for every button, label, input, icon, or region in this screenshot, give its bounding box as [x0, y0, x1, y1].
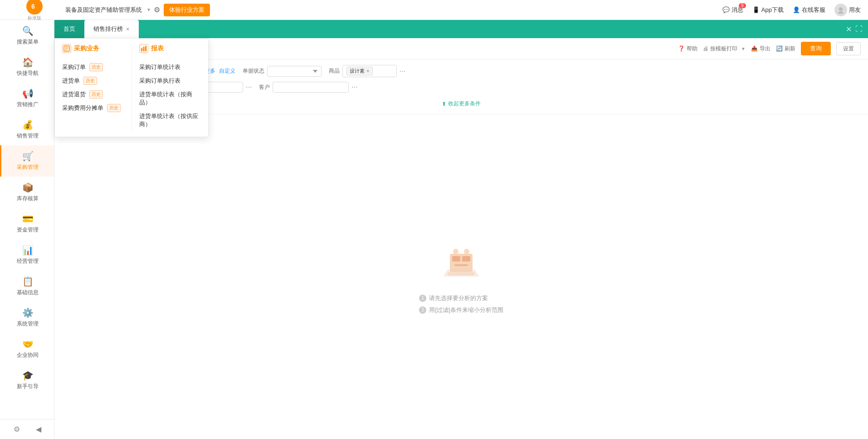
history-badge-0: 历史: [89, 63, 103, 71]
empty-tips: 1 请先选择要分析的方案 2 用[过滤]条件来缩小分析范围: [419, 292, 503, 316]
sidebar-item-search[interactable]: 🔍 搜索菜单: [0, 20, 54, 51]
sidebar-item-quicknav[interactable]: 🏠 快捷导航: [0, 51, 54, 83]
goods-tag: 设计素 ✕: [346, 67, 373, 75]
collapse-btn[interactable]: ⬆ 收起更多条件: [442, 100, 481, 108]
menu-col-purchase-title: 采购业务: [62, 44, 124, 56]
home-icon: 🏠: [22, 57, 34, 68]
sidebar-item-basic[interactable]: 📋 基础信息: [0, 271, 54, 302]
phone-icon: 📱: [752, 6, 760, 13]
empty-tip-2: 2 用[过滤]条件来缩小分析范围: [419, 304, 503, 316]
tab-maximize-btn[interactable]: ⛶: [855, 25, 863, 33]
menu-col-reports-title: 报表: [139, 44, 201, 56]
doc-status-filter: 单据状态 ▼: [243, 66, 322, 77]
print-dropdown-icon: ▼: [741, 46, 746, 51]
menu-col-reports: 报表 采购订单统计表 采购订单执行表 进货单统计表（按商品） 进货单统计表（按供…: [132, 44, 209, 131]
customer-label: 客户: [259, 84, 270, 91]
sidebar: 🔍 搜索菜单 🏠 快捷导航 📢 营销推广 💰 销售管理 🛒 采购管理 📦 库存核…: [0, 20, 54, 439]
tab-sales-rank[interactable]: 销售排行榜 ✕: [84, 20, 139, 38]
logo-subtext: 标准版: [28, 15, 41, 21]
sidebar-item-finance[interactable]: 💳 资金管理: [0, 208, 54, 239]
logo: 6 标准版: [7, 0, 62, 21]
svg-rect-11: [141, 48, 142, 51]
operations-icon: 📊: [22, 245, 34, 256]
menu-item-goods-in[interactable]: 进货单 历史: [62, 74, 124, 88]
sidebar-item-system[interactable]: ⚙️ 系统管理: [0, 302, 54, 333]
print-btn[interactable]: 🖨 按模板打印 ▼: [703, 45, 746, 53]
sidebar-item-sales[interactable]: 💰 销售管理: [0, 114, 54, 145]
service-icon: 👤: [793, 6, 800, 13]
salesperson-more-btn[interactable]: ···: [246, 83, 252, 91]
print-icon: 🖨: [703, 45, 708, 52]
sidebar-item-newbie[interactable]: 🎓 新手引导: [0, 365, 54, 396]
enterprise-icon: 🤝: [22, 339, 34, 350]
svg-point-2: [838, 11, 844, 14]
newbie-icon: 🎓: [22, 370, 34, 381]
export-icon: 📤: [751, 45, 758, 52]
history-badge-3: 历史: [107, 104, 121, 112]
user-avatar: [834, 4, 847, 16]
menu-columns: 采购业务 采购订单 历史 进货单 历史 进货退货 历史 采购费用分摊单 历史: [55, 44, 208, 131]
refresh-icon: 🔄: [776, 45, 783, 52]
system-dropdown-icon[interactable]: ▼: [146, 7, 151, 12]
basic-icon: 📋: [22, 276, 34, 287]
customer-filter: 客户 ···: [259, 82, 357, 93]
sidebar-item-operations[interactable]: 📊 经营管理: [0, 239, 54, 271]
doc-status-label: 单据状态: [243, 67, 264, 75]
customer-input[interactable]: [273, 82, 349, 93]
top-bar: 6 标准版 装备及固定资产辅助管理系统 ▼ ⚙ 体验行业方案 💬 消息 9 📱 …: [0, 0, 868, 20]
menu-item-purchase-expense[interactable]: 采购费用分摊单 历史: [62, 101, 124, 115]
sidebar-settings-btn[interactable]: ⚙: [14, 425, 20, 434]
customer-more-btn[interactable]: ···: [351, 83, 357, 91]
history-badge-1: 历史: [83, 77, 97, 85]
top-right-actions: 💬 消息 9 📱 App下载 👤 在线客服 用友: [722, 4, 861, 16]
message-badge: 9: [739, 3, 746, 8]
tab-close-icon[interactable]: ✕: [126, 26, 130, 32]
tab-bar-actions: ✕ ⛶: [846, 25, 868, 34]
online-service-btn[interactable]: 👤 在线客服: [793, 6, 825, 14]
sidebar-item-purchase[interactable]: 🛒 采购管理: [0, 145, 54, 177]
empty-illustration: [439, 238, 484, 283]
query-btn[interactable]: 查询: [801, 42, 831, 55]
tab-window-close-btn[interactable]: ✕: [846, 25, 852, 34]
settings-btn[interactable]: 设置: [836, 42, 861, 55]
purchase-col-icon: [62, 44, 71, 53]
tab-bar: 首页 销售排行榜 ✕ ✕ ⛶: [54, 20, 868, 38]
svg-rect-12: [143, 47, 144, 51]
svg-point-7: [453, 249, 458, 254]
sidebar-collapse-btn[interactable]: ◀: [36, 425, 41, 434]
search-icon: 🔍: [22, 25, 34, 36]
message-btn[interactable]: 💬 消息 9: [722, 6, 743, 14]
marketing-icon: 📢: [22, 88, 34, 99]
app-download-btn[interactable]: 📱 App下载: [752, 6, 784, 14]
goods-tag-container[interactable]: 设计素 ✕: [342, 65, 397, 77]
finance-icon: 💳: [22, 213, 34, 224]
sidebar-item-marketing[interactable]: 📢 营销推广: [0, 83, 54, 114]
refresh-btn[interactable]: 🔄 刷新: [776, 45, 795, 53]
user-menu[interactable]: 用友: [834, 4, 861, 16]
trial-button[interactable]: 体验行业方案: [164, 4, 210, 16]
svg-point-8: [464, 249, 469, 254]
menu-item-goods-in-stats-by-supplier[interactable]: 进货单统计表（按供应商）: [139, 109, 201, 131]
settings-icon[interactable]: ⚙: [154, 5, 160, 14]
help-btn[interactable]: ❓ 帮助: [678, 45, 697, 53]
sidebar-item-enterprise[interactable]: 🤝 企业协同: [0, 333, 54, 365]
menu-item-order-stats[interactable]: 采购订单统计表: [139, 60, 201, 74]
tab-home[interactable]: 首页: [54, 20, 84, 38]
reports-col-icon: [139, 44, 148, 53]
empty-tip-1: 1 请先选择要分析的方案: [419, 292, 503, 304]
purchase-dropdown-menu: 采购业务 采购订单 历史 进货单 历史 进货退货 历史 采购费用分摊单 历史: [54, 38, 209, 137]
system-name: 装备及固定资产辅助管理系统: [65, 6, 142, 14]
svg-rect-6: [454, 264, 468, 266]
export-btn[interactable]: 📤 导出: [751, 45, 770, 53]
message-icon: 💬: [722, 6, 730, 13]
menu-item-purchase-order[interactable]: 采购订单 历史: [62, 60, 124, 74]
goods-more-btn[interactable]: ···: [400, 67, 405, 75]
menu-item-goods-in-stats-by-goods[interactable]: 进货单统计表（按商品）: [139, 88, 201, 109]
sidebar-item-inventory[interactable]: 📦 库存核算: [0, 177, 54, 208]
menu-item-goods-return[interactable]: 进货退货 历史: [62, 88, 124, 101]
sidebar-bottom-bar: ⚙ ◀: [0, 419, 54, 439]
tag-close-icon[interactable]: ✕: [366, 69, 370, 74]
date-link-custom[interactable]: 自定义: [219, 67, 235, 75]
system-name-area[interactable]: 装备及固定资产辅助管理系统 ▼ ⚙: [65, 5, 160, 14]
menu-item-order-exec[interactable]: 采购订单执行表: [139, 74, 201, 88]
